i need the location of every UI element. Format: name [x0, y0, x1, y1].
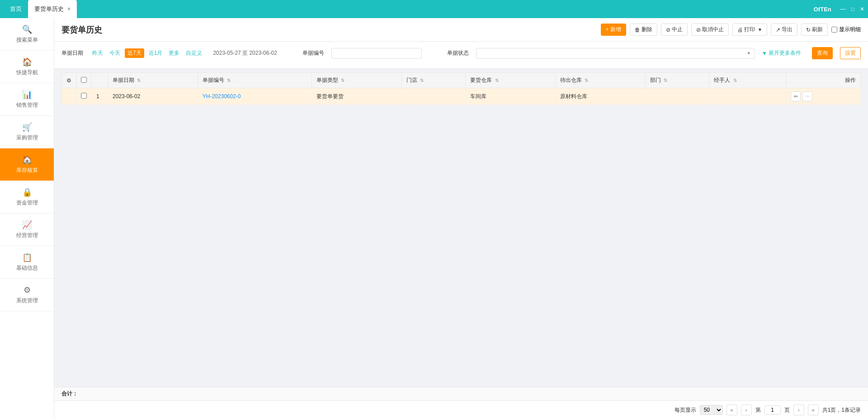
- sidebar-item-finance[interactable]: 🔒 资金管理: [0, 181, 54, 214]
- sidebar-item-inventory[interactable]: 🏠 库存核算: [0, 148, 54, 181]
- date-option-1month[interactable]: 近1月: [147, 48, 165, 58]
- export-button[interactable]: ↗ 导出: [771, 24, 797, 36]
- print-icon: 🖨: [737, 27, 743, 33]
- print-dropdown-icon: ▼: [758, 27, 762, 32]
- expand-filter-btn[interactable]: ▼ 展开更多条件: [762, 49, 801, 57]
- doc-status-select[interactable]: [476, 48, 755, 59]
- tab-home[interactable]: 首页: [4, 0, 28, 18]
- row-edit-btn[interactable]: ✏: [791, 91, 801, 101]
- date-option-custom[interactable]: 自定义: [184, 48, 204, 58]
- date-option-yesterday[interactable]: 昨天: [90, 48, 105, 58]
- query-button[interactable]: 查询: [812, 47, 833, 59]
- window-maximize-btn[interactable]: □: [851, 6, 854, 12]
- current-page-input[interactable]: [764, 405, 781, 414]
- col-req-warehouse[interactable]: 要货仓库 ⇅: [466, 73, 556, 88]
- sort-dept-icon: ⇅: [664, 78, 667, 83]
- top-bar: 首页 要货单历史 × OfTEn — □ ✕: [0, 0, 868, 18]
- sidebar-item-sales[interactable]: 📊 销售管理: [0, 83, 54, 116]
- sort-doc-number-icon: ⇅: [227, 78, 231, 83]
- doc-number-input[interactable]: [331, 48, 422, 59]
- row-ops-buttons: ✏ ⋯: [791, 91, 856, 101]
- tab-close-icon[interactable]: ×: [67, 6, 71, 12]
- col-doc-number[interactable]: 单据编号 ⇅: [198, 73, 311, 88]
- sort-doc-type-icon: ⇅: [341, 78, 344, 83]
- row-more-btn[interactable]: ⋯: [802, 91, 812, 101]
- col-doc-date[interactable]: 单据日期 ⇅: [108, 73, 198, 88]
- show-detail-checkbox[interactable]: [831, 27, 837, 33]
- stop-icon: ⊘: [666, 27, 670, 33]
- main-layout: 🔍 搜索菜单 🏠 快捷导航 📊 销售管理 🛒 采购管理 🏠 库存核算 🔒 资金管…: [0, 18, 868, 419]
- col-store[interactable]: 门店 ⇅: [401, 73, 466, 88]
- operations-icon: 📈: [22, 220, 32, 230]
- settings-filter-button[interactable]: 设置: [840, 47, 861, 59]
- cancel-stop-button[interactable]: ⊘ 取消中止: [691, 24, 729, 36]
- date-option-today[interactable]: 今天: [108, 48, 122, 58]
- select-all-checkbox[interactable]: [81, 77, 87, 83]
- next-page-btn[interactable]: ›: [793, 405, 804, 415]
- print-button[interactable]: 🖨 打印 ▼: [732, 24, 767, 36]
- delete-button[interactable]: 🗑 删除: [630, 24, 657, 36]
- cancel-stop-icon: ⊘: [696, 27, 701, 33]
- sidebar-item-system[interactable]: ⚙ 系统管理: [0, 279, 54, 311]
- refresh-button[interactable]: ↻ 刷新: [801, 24, 828, 36]
- page-suffix: 页: [784, 406, 790, 414]
- col-checkbox: [76, 73, 92, 88]
- show-detail-toggle[interactable]: 显示明细: [831, 26, 861, 33]
- col-department[interactable]: 部门 ⇅: [645, 73, 709, 88]
- col-pending-warehouse[interactable]: 待出仓库 ⇅: [555, 73, 645, 88]
- doc-date-label: 单据日期: [61, 49, 83, 57]
- sidebar-item-search[interactable]: 🔍 搜索菜单: [0, 18, 54, 51]
- sidebar-item-operations[interactable]: 📈 经营管理: [0, 214, 54, 246]
- delete-icon: 🗑: [635, 27, 640, 33]
- table-row: 1 2023-06-02 YH-20230602-0 要货单要货 车间库 原材料…: [62, 88, 861, 105]
- page-title: 要货单历史: [61, 24, 102, 35]
- sort-req-wh-icon: ⇅: [495, 78, 499, 83]
- date-option-7days[interactable]: 近7天: [125, 48, 144, 58]
- new-button[interactable]: + 新增: [601, 24, 626, 36]
- sidebar-item-shortcut[interactable]: 🏠 快捷导航: [0, 51, 54, 83]
- col-settings[interactable]: ⚙: [62, 73, 76, 88]
- finance-icon: 🔒: [22, 187, 32, 197]
- col-index: [92, 73, 108, 88]
- sales-icon: 📊: [22, 90, 32, 100]
- table-footer: 合计：: [54, 387, 868, 400]
- row-doc-number: YH-20230602-0: [198, 88, 311, 105]
- sort-store-icon: ⇅: [420, 78, 424, 83]
- sidebar-item-basic-info[interactable]: 📋 基础信息: [0, 246, 54, 279]
- window-close-btn[interactable]: ✕: [860, 6, 864, 12]
- pagination-bar: 每页显示 50 20 100 « ‹ 第 页 › » 共1页，1条记录: [54, 400, 868, 419]
- row-doc-type: 要货单要货: [311, 88, 401, 105]
- prev-page-btn[interactable]: ‹: [741, 405, 752, 415]
- header-actions: + 新增 🗑 删除 ⊘ 中止 ⊘ 取消中止 🖨 打印 ▼: [601, 24, 861, 36]
- row-checkbox-cell[interactable]: [76, 88, 92, 105]
- date-range-display: 2023-05-27 至 2023-06-02: [213, 49, 277, 57]
- total-records: 共1页，1条记录: [822, 406, 861, 414]
- tab-active[interactable]: 要货单历史 ×: [28, 0, 77, 18]
- system-icon: ⚙: [24, 285, 31, 295]
- doc-number-link[interactable]: YH-20230602-0: [203, 93, 241, 100]
- row-checkbox-0[interactable]: [81, 93, 87, 99]
- sidebar-item-purchase[interactable]: 🛒 采购管理: [0, 116, 54, 148]
- page-size-select[interactable]: 50 20 100: [700, 405, 723, 415]
- page-label: 第: [755, 406, 761, 414]
- first-page-btn[interactable]: «: [726, 405, 737, 415]
- top-bar-right: OfTEn — □ ✕: [814, 6, 864, 13]
- row-store: [401, 88, 466, 105]
- date-option-more[interactable]: 更多: [167, 48, 181, 58]
- col-doc-type[interactable]: 单据类型 ⇅: [311, 73, 401, 88]
- stop-button[interactable]: ⊘ 中止: [661, 24, 688, 36]
- sort-doc-date-icon: ⇅: [137, 78, 141, 83]
- row-pending-warehouse: 原材料仓库: [555, 88, 645, 105]
- refresh-icon: ↻: [806, 27, 811, 33]
- doc-number-label: 单据编号: [302, 49, 324, 57]
- row-req-warehouse: 车间库: [466, 88, 556, 105]
- page-header: 要货单历史 + 新增 🗑 删除 ⊘ 中止 ⊘ 取消中止 🖨 打印: [54, 18, 868, 42]
- window-minimize-btn[interactable]: —: [840, 6, 846, 12]
- sort-pending-wh-icon: ⇅: [585, 78, 588, 83]
- col-handler[interactable]: 经手人 ⇅: [709, 73, 786, 88]
- doc-status-wrapper: [476, 48, 755, 59]
- last-page-btn[interactable]: »: [808, 405, 819, 415]
- brand-label: OfTEn: [814, 6, 831, 13]
- footer-total-label: 合计：: [61, 390, 78, 398]
- data-table: ⚙ 单据日期 ⇅ 单据编号 ⇅: [61, 72, 861, 105]
